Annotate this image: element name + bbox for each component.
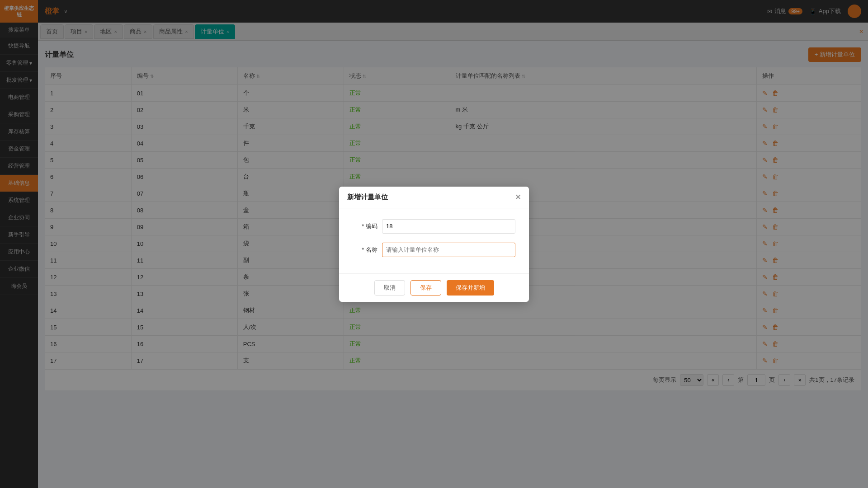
name-form-row: * 名称 [353, 243, 515, 257]
dialog-overlay[interactable]: 新增计量单位 ✕ * 编码 * 名称 取消 保存 保存并新增 [0, 0, 868, 488]
save-and-new-button[interactable]: 保存并新增 [447, 280, 494, 296]
dialog-header: 新增计量单位 ✕ [339, 187, 529, 208]
dialog-body: * 编码 * 名称 [339, 208, 529, 273]
save-button[interactable]: 保存 [410, 280, 441, 296]
code-label: * 编码 [353, 222, 377, 230]
add-unit-dialog: 新增计量单位 ✕ * 编码 * 名称 取消 保存 保存并新增 [339, 187, 529, 302]
code-input[interactable] [382, 219, 515, 234]
unit-name-input[interactable] [382, 243, 515, 257]
cancel-button[interactable]: 取消 [374, 280, 405, 296]
code-form-row: * 编码 [353, 219, 515, 234]
dialog-close-button[interactable]: ✕ [515, 193, 521, 202]
dialog-title: 新增计量单位 [347, 193, 388, 202]
dialog-footer: 取消 保存 保存并新增 [339, 273, 529, 302]
name-label: * 名称 [353, 246, 377, 254]
